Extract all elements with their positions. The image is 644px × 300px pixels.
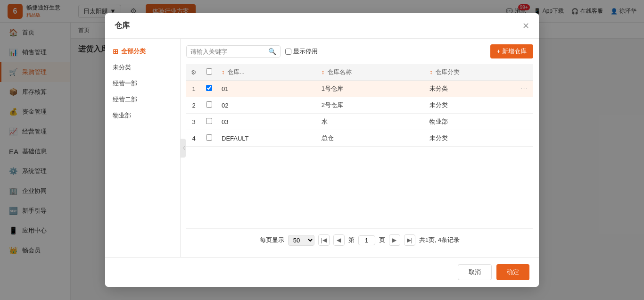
row-checkbox[interactable]	[206, 118, 212, 124]
category-panel: 《 ⊞ 全部分类 未分类 经营一部 经营二部 物业部	[105, 39, 181, 257]
row-checkbox-cell	[201, 81, 217, 97]
row-checkbox[interactable]	[206, 85, 212, 91]
modal-overlay: 仓库 ✕ 《 ⊞ 全部分类 未分类 经营一部 经营二部	[0, 0, 644, 300]
modal-body: 《 ⊞ 全部分类 未分类 经营一部 经营二部 物业部	[105, 39, 539, 257]
row-name: 水	[317, 114, 425, 130]
row-name: 2号仓库	[317, 97, 425, 114]
table-row[interactable]: 2 02 2号仓库 未分类	[186, 97, 533, 114]
row-code: 02	[217, 97, 317, 114]
category-item-dept1[interactable]: 经营一部	[105, 75, 180, 92]
modal-header: 仓库 ✕	[105, 13, 539, 39]
category-item-dept2[interactable]: 经营二部	[105, 92, 180, 108]
row-category: 未分类···	[425, 81, 533, 97]
row-code: 01	[217, 81, 317, 97]
row-action-dots[interactable]: ···	[520, 84, 528, 92]
confirm-button[interactable]: 确定	[496, 264, 529, 280]
table-row[interactable]: 4 DEFAULT 总仓 未分类	[186, 130, 533, 147]
th-checkbox	[201, 64, 217, 81]
row-checkbox-cell	[201, 97, 217, 114]
next-page-button[interactable]: ▶	[389, 234, 400, 246]
page-size-select[interactable]: 50 100	[288, 235, 314, 246]
category-item-all[interactable]: ⊞ 全部分类	[105, 43, 180, 59]
prev-page-button[interactable]: ◀	[333, 234, 345, 246]
table-row[interactable]: 1 01 1号仓库 未分类···	[186, 81, 533, 97]
show-disabled-label[interactable]: 显示停用	[285, 47, 318, 56]
row-checkbox-cell	[201, 114, 217, 130]
row-category: 未分类	[425, 97, 533, 114]
row-index: 2	[186, 97, 201, 114]
last-page-button[interactable]: ▶|	[404, 234, 415, 246]
row-checkbox[interactable]	[206, 134, 212, 141]
th-category: ↕ 仓库分类	[425, 64, 533, 81]
pagination-bar: 每页显示 50 100 |◀ ◀ 第 页 ▶ ▶| 共1页, 4条记录	[186, 228, 533, 251]
cancel-button[interactable]: 取消	[458, 264, 492, 280]
grid-icon: ⊞	[113, 48, 118, 55]
sort-code-icon: ↕	[222, 68, 225, 75]
row-name: 总仓	[317, 130, 425, 147]
row-index: 4	[186, 130, 201, 147]
table-row[interactable]: 3 03 水 物业部	[186, 114, 533, 130]
warehouse-modal: 仓库 ✕ 《 ⊞ 全部分类 未分类 经营一部 经营二部	[105, 13, 539, 287]
row-checkbox[interactable]	[206, 101, 212, 108]
row-category: 物业部	[425, 114, 533, 130]
th-name: ↕ 仓库名称	[317, 64, 425, 81]
row-code: 03	[217, 114, 317, 130]
category-item-property[interactable]: 物业部	[105, 108, 180, 124]
category-item-uncat[interactable]: 未分类	[105, 59, 180, 75]
row-index: 3	[186, 114, 201, 130]
add-warehouse-button[interactable]: + 新增仓库	[490, 44, 533, 58]
table-panel: 🔍 显示停用 + 新增仓库 ⚙	[181, 39, 539, 257]
collapse-button[interactable]: 《	[180, 139, 186, 158]
select-all-checkbox[interactable]	[206, 68, 212, 75]
row-name: 1号仓库	[317, 81, 425, 97]
sort-name-icon: ↕	[322, 68, 325, 75]
first-page-button[interactable]: |◀	[318, 234, 330, 246]
search-icon: 🔍	[268, 48, 276, 55]
modal-title: 仓库	[115, 21, 130, 31]
th-settings: ⚙	[186, 64, 201, 81]
page-number-input[interactable]	[358, 235, 375, 245]
modal-footer: 取消 确定	[105, 257, 539, 287]
th-code: ↕ 仓库...	[217, 64, 317, 81]
sort-category-icon: ↕	[429, 68, 433, 75]
search-input-wrap: 🔍	[186, 45, 281, 58]
warehouse-table: ⚙ ↕ 仓库... ↕ 仓库名称	[186, 64, 533, 147]
row-code: DEFAULT	[217, 130, 317, 147]
row-index: 1	[186, 81, 201, 97]
table-header-row: ⚙ ↕ 仓库... ↕ 仓库名称	[186, 64, 533, 81]
search-input[interactable]	[190, 48, 268, 55]
modal-close-button[interactable]: ✕	[522, 22, 529, 30]
row-checkbox-cell	[201, 130, 217, 147]
table-toolbar: 🔍 显示停用 + 新增仓库	[186, 44, 533, 58]
row-category: 未分类	[425, 130, 533, 147]
show-disabled-checkbox[interactable]	[285, 49, 291, 55]
